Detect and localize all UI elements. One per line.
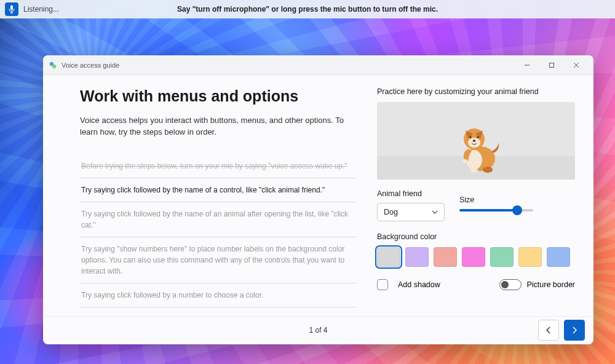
chevron-right-icon [572, 326, 577, 334]
color-swatch[interactable] [377, 247, 400, 267]
step-item: Try saying click followed by the name of… [80, 178, 356, 202]
voice-access-guide-window: Voice access guide Work with menus and o… [43, 55, 593, 344]
color-swatch[interactable] [518, 247, 542, 267]
page-indicator: 1 of 4 [309, 326, 327, 334]
checkbox-icon [377, 279, 388, 290]
voice-hint-text: Say "turn off microphone" or long press … [177, 5, 438, 14]
guide-text-pane: Work with menus and options Voice access… [80, 87, 356, 307]
svg-point-16 [473, 140, 476, 142]
background-color-swatches [377, 247, 575, 267]
animal-friend-label: Animal friend [377, 189, 445, 198]
practice-label: Practice here by customizing your animal… [377, 87, 575, 96]
svg-point-18 [477, 136, 478, 138]
size-slider[interactable] [459, 209, 533, 212]
chevron-left-icon [546, 326, 551, 334]
chevron-down-icon [432, 210, 438, 214]
microphone-icon [8, 5, 15, 14]
animal-friend-value: Dog [384, 208, 398, 216]
footer: 1 of 4 [43, 316, 593, 344]
practice-pane: Practice here by customizing your animal… [377, 87, 575, 307]
app-icon [48, 60, 58, 70]
titlebar[interactable]: Voice access guide [43, 55, 593, 75]
color-swatch[interactable] [462, 247, 485, 267]
toggle-icon [499, 279, 522, 290]
voice-access-bar: Listening... Say "turn off microphone" o… [0, 0, 615, 18]
svg-point-11 [462, 159, 467, 163]
maximize-button[interactable] [539, 55, 564, 75]
window-title: Voice access guide [62, 61, 119, 69]
svg-point-15 [468, 138, 480, 148]
animal-friend-dropdown[interactable]: Dog [377, 203, 445, 221]
steps-list: Before trying the steps below, turn on y… [80, 154, 356, 307]
page-title: Work with menus and options [80, 87, 356, 105]
step-item: Try saying "show numbers here" to place … [80, 237, 356, 283]
add-shadow-checkbox[interactable]: Add shadow [377, 279, 440, 290]
add-shadow-label: Add shadow [398, 280, 440, 289]
svg-point-12 [483, 167, 493, 173]
prev-button[interactable] [538, 320, 559, 341]
svg-rect-6 [550, 63, 554, 67]
svg-point-17 [469, 136, 471, 138]
intro-text: Voice access helps you interact with but… [80, 115, 351, 138]
color-swatch[interactable] [490, 247, 514, 267]
picture-border-toggle[interactable]: Picture border [499, 279, 575, 290]
picture-border-label: Picture border [526, 280, 575, 289]
svg-rect-0 [10, 6, 13, 10]
next-button[interactable] [564, 320, 585, 341]
color-swatch[interactable] [547, 247, 570, 267]
step-item: Try saying click followed by a number to… [80, 283, 356, 307]
size-label: Size [459, 196, 575, 204]
background-color-label: Background color [377, 232, 575, 241]
close-button[interactable] [564, 55, 589, 75]
voice-status-text: Listening... [23, 5, 59, 14]
minimize-button[interactable] [515, 55, 539, 75]
color-swatch[interactable] [405, 247, 429, 267]
svg-point-13 [470, 168, 478, 173]
svg-point-4 [52, 64, 56, 68]
step-item: Before trying the steps below, turn on y… [80, 154, 356, 178]
animal-illustration [448, 122, 504, 175]
preview-canvas [377, 102, 575, 180]
step-item: Try saying click followed by the name of… [80, 202, 356, 237]
mic-button[interactable] [5, 2, 18, 16]
color-swatch[interactable] [434, 247, 457, 267]
